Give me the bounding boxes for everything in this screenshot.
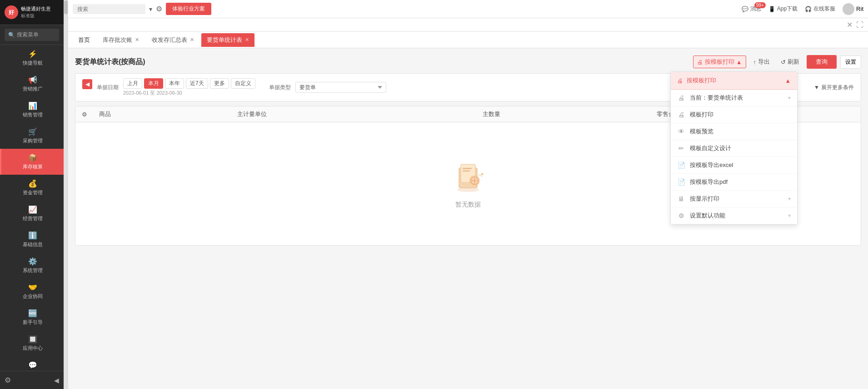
date-filter-label: 单据日期 bbox=[97, 84, 119, 91]
dropdown-header: 🖨 按模板打印 ▲ bbox=[671, 72, 797, 90]
template-design-label: 模板自定义设计 bbox=[690, 144, 731, 152]
export-icon: ↑ bbox=[753, 59, 757, 66]
set-default-item[interactable]: ⚙ 设置默认功能 ▾ bbox=[671, 207, 797, 224]
dropdown-header-left: 🖨 按模板打印 bbox=[677, 76, 716, 85]
logo-icon: 好 bbox=[5, 5, 18, 19]
sidebar-item-appstore[interactable]: 🔲 应用中心 bbox=[0, 330, 64, 356]
tab-close-inventory-batch[interactable]: ✕ bbox=[135, 37, 139, 43]
tab-home[interactable]: 首页 bbox=[73, 33, 95, 47]
sidebar-item-purchase[interactable]: 🛒 采购管理 bbox=[0, 123, 64, 149]
user-name: Rit bbox=[856, 5, 863, 12]
sidebar-item-guide[interactable]: 🆕 新手引导 bbox=[0, 304, 64, 330]
export-label: 导出 bbox=[758, 58, 770, 66]
dropdown-close-arrow[interactable]: ▲ bbox=[785, 77, 791, 84]
template-print-label: 模板打印 bbox=[690, 111, 713, 119]
template-pdf-item[interactable]: 📄 按模板导出pdf bbox=[671, 174, 797, 191]
sidebar-item-wechat[interactable]: 💬 企业微信 bbox=[0, 356, 64, 371]
nav-icon-finance: 💰 bbox=[28, 179, 37, 188]
page-header: 要货单统计表(按商品) 🖨 按模板打印 ▲ ↑ 导出 ↺ 刷新 查询 设置 bbox=[75, 55, 861, 69]
template-design-item[interactable]: ✏ 模板自定义设计 bbox=[671, 140, 797, 157]
sidebar-item-collab[interactable]: 🤝 企业协同 bbox=[0, 278, 64, 304]
search-menu-button[interactable]: 🔍 搜索菜单 bbox=[5, 29, 59, 41]
query-button[interactable]: 查询 bbox=[807, 55, 837, 69]
nav-icon-operations: 📈 bbox=[28, 205, 37, 214]
message-icon: 💬 bbox=[742, 6, 748, 12]
date-btn-0[interactable]: 上月 bbox=[123, 78, 142, 89]
sidebar-logo: 好 畅捷通好生意 标准版 bbox=[0, 0, 64, 25]
tab-label-home: 首页 bbox=[78, 36, 90, 44]
tab-label-order-stats: 要货单统计表 bbox=[207, 36, 242, 44]
type-select[interactable]: 要货单 bbox=[295, 82, 386, 93]
template-pdf-icon: 📄 bbox=[677, 178, 685, 186]
messages-button[interactable]: 💬 消息 99+ bbox=[742, 5, 761, 13]
tab-receipt-summary[interactable]: 收发存汇总表✕ bbox=[146, 33, 200, 47]
sidebar-footer: ⚙ ◀ bbox=[0, 371, 64, 389]
tab-label-receipt-summary: 收发存汇总表 bbox=[152, 36, 187, 44]
date-btn-2[interactable]: 本年 bbox=[165, 78, 184, 89]
set-default-arrow: ▾ bbox=[788, 212, 791, 219]
topbar: ▾ ⚙ 体验行业方案 💬 消息 99+ 📱 App下载 🎧 在线客服 Rit bbox=[68, 0, 868, 18]
tab-close-receipt-summary[interactable]: ✕ bbox=[190, 37, 194, 43]
online-service-button[interactable]: 🎧 在线客服 bbox=[805, 5, 835, 13]
nav-label-finance: 资金管理 bbox=[23, 189, 43, 196]
date-btn-1[interactable]: 本月 bbox=[144, 78, 163, 89]
close-window-icon[interactable]: ✕ bbox=[847, 20, 853, 29]
template-excel-item[interactable]: 📄 按模板导出excel bbox=[671, 157, 797, 174]
topbar-dropdown-button[interactable]: ▾ bbox=[149, 5, 152, 13]
sidebar-item-operations[interactable]: 📈 经营管理 bbox=[0, 201, 64, 227]
nav-label-quick-nav: 快捷导航 bbox=[23, 60, 43, 66]
tab-order-stats[interactable]: 要货单统计表✕ bbox=[201, 33, 254, 47]
expand-more-button[interactable]: ▼ 展开更多条件 bbox=[814, 84, 854, 91]
template-preview-item[interactable]: 👁 模板预览 bbox=[671, 123, 797, 140]
sidebar-scroll-track bbox=[64, 0, 68, 389]
trial-button[interactable]: 体验行业方案 bbox=[166, 3, 211, 15]
nav-icon-appstore: 🔲 bbox=[28, 335, 37, 344]
template-excel-icon: 📄 bbox=[677, 162, 685, 169]
tab-close-order-stats[interactable]: ✕ bbox=[245, 37, 249, 43]
sidebar-item-system[interactable]: ⚙️ 系统管理 bbox=[0, 253, 64, 278]
sidebar-item-sales[interactable]: 📊 销售管理 bbox=[0, 97, 64, 123]
topbar-search-input[interactable] bbox=[73, 4, 145, 14]
template-print-button[interactable]: 🖨 按模板打印 ▲ bbox=[693, 56, 746, 68]
type-filter-label: 单据类型 bbox=[269, 84, 291, 91]
app-name: 畅捷通好生意 bbox=[21, 5, 51, 12]
date-btn-3[interactable]: 近7天 bbox=[186, 78, 208, 89]
maximize-window-icon[interactable]: ⛶ bbox=[856, 21, 863, 29]
nav-label-system: 系统管理 bbox=[23, 267, 43, 274]
tab-inventory-batch[interactable]: 库存批次账✕ bbox=[97, 33, 145, 47]
user-avatar-area[interactable]: Rit bbox=[843, 3, 863, 15]
template-pdf-label: 按模板导出pdf bbox=[690, 178, 728, 186]
sidebar-item-quick-nav[interactable]: ⚡ 快捷导航 bbox=[0, 45, 64, 71]
app-edition: 标准版 bbox=[21, 13, 51, 19]
collapse-icon[interactable]: ◀ bbox=[54, 377, 59, 384]
date-btn-5[interactable]: 自定义 bbox=[231, 78, 255, 89]
nav-label-guide: 新手引导 bbox=[23, 319, 43, 326]
sidebar-scroll-thumb[interactable] bbox=[64, 0, 68, 14]
app-download-label: App下载 bbox=[777, 5, 798, 13]
refresh-button[interactable]: ↺ 刷新 bbox=[777, 56, 803, 68]
settings-icon[interactable]: ⚙ bbox=[5, 376, 11, 384]
display-print-item[interactable]: 🖥 按显示打印 ▾ bbox=[671, 191, 797, 207]
app-download-button[interactable]: 📱 App下载 bbox=[768, 5, 798, 13]
display-print-label: 按显示打印 bbox=[690, 195, 719, 203]
col-settings[interactable]: ⚙ bbox=[75, 106, 94, 122]
template-print-item[interactable]: 🖨 模板打印 bbox=[671, 106, 797, 123]
current-template-arrow: ▾ bbox=[788, 95, 791, 101]
template-preview-icon: 👁 bbox=[677, 128, 685, 135]
topbar-gear-icon[interactable]: ⚙ bbox=[156, 5, 162, 13]
display-print-icon: 🖥 bbox=[677, 195, 685, 202]
set-default-left: ⚙ 设置默认功能 bbox=[677, 212, 725, 220]
sidebar-item-inventory[interactable]: 📦 库存核算 bbox=[0, 149, 64, 175]
window-controls: ✕ ⛶ bbox=[68, 18, 868, 32]
settings-button[interactable]: 设置 bbox=[840, 56, 861, 69]
date-btn-4[interactable]: 更多 bbox=[210, 78, 229, 89]
current-template-item[interactable]: 🖨 当前：要货单统计表 ▾ bbox=[671, 90, 797, 106]
sidebar-item-basic[interactable]: ℹ️ 基础信息 bbox=[0, 227, 64, 253]
sidebar-item-finance[interactable]: 💰 资金管理 bbox=[0, 175, 64, 201]
sidebar-search-area: 🔍 搜索菜单 bbox=[0, 25, 64, 45]
col-unit: 主计量单位 bbox=[232, 106, 477, 122]
expand-arrow-button[interactable]: ◀ bbox=[82, 79, 92, 89]
sidebar-item-marketing[interactable]: 📢 营销推广 bbox=[0, 71, 64, 97]
export-button[interactable]: ↑ 导出 bbox=[750, 56, 774, 68]
refresh-label: 刷新 bbox=[788, 58, 799, 66]
